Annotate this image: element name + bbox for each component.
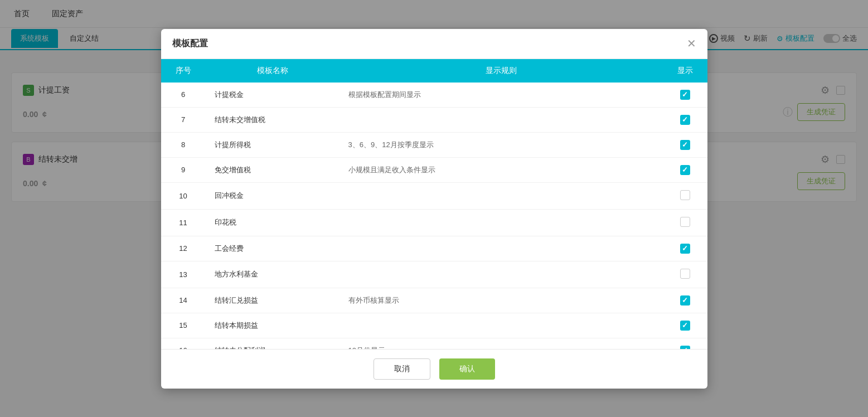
table-row: 6计提税金根据模板配置期间显示 [161,83,707,108]
cell-checkbox[interactable] [663,338,707,349]
cell-seq: 9 [161,157,206,182]
cell-rule [340,209,663,236]
config-table: 序号 模板名称 显示规则 显示 6计提税金根据模板配置期间显示7结转未交增值税8… [161,59,707,349]
cell-checkbox[interactable] [663,83,707,108]
cell-name: 地方水利基金 [206,261,340,288]
cell-seq: 10 [161,182,206,209]
cell-checkbox[interactable] [663,182,707,209]
cell-rule [340,313,663,338]
checkbox-checked[interactable] [680,165,690,175]
cell-name: 结转未分配利润 [206,338,340,349]
table-row: 15结转本期损益 [161,313,707,338]
cell-checkbox[interactable] [663,288,707,313]
cell-rule [340,107,663,132]
table-row: 13地方水利基金 [161,261,707,288]
table-header-row: 序号 模板名称 显示规则 显示 [161,59,707,83]
cell-name: 回冲税金 [206,182,340,209]
col-seq: 序号 [161,59,206,83]
cell-checkbox[interactable] [663,107,707,132]
cancel-button[interactable]: 取消 [374,358,430,380]
cell-seq: 12 [161,236,206,261]
col-rule: 显示规则 [340,59,663,83]
cell-name: 计提税金 [206,83,340,108]
dialog-header: 模板配置 ✕ [161,29,707,59]
cell-checkbox[interactable] [663,313,707,338]
table-row: 16结转未分配利润12月份显示 [161,338,707,349]
table-row: 14结转汇兑损益有外币核算显示 [161,288,707,313]
modal-overlay: 模板配置 ✕ 序号 模板名称 显示规则 显示 6计提税金根据模板配置期间显示7结… [0,0,868,417]
cell-name: 结转本期损益 [206,313,340,338]
cell-seq: 16 [161,338,206,349]
checkbox-checked[interactable] [680,346,690,349]
dialog-footer: 取消 确认 [161,349,707,389]
dialog-title: 模板配置 [172,38,208,50]
cell-rule: 有外币核算显示 [340,288,663,313]
cell-name: 结转汇兑损益 [206,288,340,313]
checkbox-unchecked[interactable] [680,217,690,227]
confirm-button[interactable]: 确认 [439,358,495,380]
cell-checkbox[interactable] [663,157,707,182]
dialog-template-config: 模板配置 ✕ 序号 模板名称 显示规则 显示 6计提税金根据模板配置期间显示7结… [161,29,707,389]
cell-name: 免交增值税 [206,157,340,182]
config-table-wrapper: 序号 模板名称 显示规则 显示 6计提税金根据模板配置期间显示7结转未交增值税8… [161,59,707,349]
cell-seq: 7 [161,107,206,132]
table-row: 10回冲税金 [161,182,707,209]
cell-seq: 8 [161,132,206,157]
checkbox-checked[interactable] [680,140,690,150]
checkbox-unchecked[interactable] [680,269,690,279]
cell-checkbox[interactable] [663,209,707,236]
table-row: 11印花税 [161,209,707,236]
cell-rule: 小规模且满足收入条件显示 [340,157,663,182]
table-row: 9免交增值税小规模且满足收入条件显示 [161,157,707,182]
cell-seq: 11 [161,209,206,236]
cell-name: 结转未交增值税 [206,107,340,132]
cell-seq: 13 [161,261,206,288]
cell-name: 工会经费 [206,236,340,261]
cell-seq: 15 [161,313,206,338]
cell-seq: 6 [161,83,206,108]
cell-rule [340,182,663,209]
cell-name: 计提所得税 [206,132,340,157]
cell-rule [340,236,663,261]
cell-rule: 根据模板配置期间显示 [340,83,663,108]
dialog-close-button[interactable]: ✕ [687,38,696,49]
checkbox-checked[interactable] [680,90,690,100]
cell-rule: 3、6、9、12月按季度显示 [340,132,663,157]
col-name: 模板名称 [206,59,340,83]
cell-rule: 12月份显示 [340,338,663,349]
checkbox-checked[interactable] [680,244,690,254]
cell-rule [340,261,663,288]
cell-name: 印花税 [206,209,340,236]
checkbox-checked[interactable] [680,115,690,125]
col-display: 显示 [663,59,707,83]
table-row: 12工会经费 [161,236,707,261]
cell-checkbox[interactable] [663,236,707,261]
cell-seq: 14 [161,288,206,313]
checkbox-checked[interactable] [680,295,690,306]
checkbox-unchecked[interactable] [680,190,690,200]
cell-checkbox[interactable] [663,132,707,157]
checkbox-checked[interactable] [680,321,690,331]
table-row: 8计提所得税3、6、9、12月按季度显示 [161,132,707,157]
table-row: 7结转未交增值税 [161,107,707,132]
cell-checkbox[interactable] [663,261,707,288]
